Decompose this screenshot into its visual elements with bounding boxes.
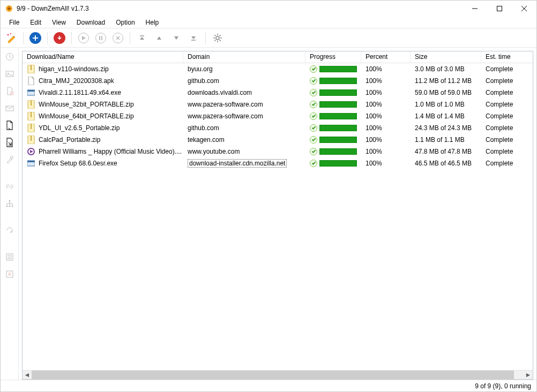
menu-help[interactable]: Help [140, 18, 165, 27]
svg-point-43 [11, 206, 13, 207]
minimize-button[interactable] [463, 1, 487, 17]
table-row[interactable]: Citra_MMJ_20200308.apkgithub.com100%11.2… [23, 75, 533, 87]
col-est[interactable]: Est. time [481, 51, 533, 63]
check-icon [310, 77, 317, 85]
maximize-button[interactable] [487, 1, 512, 17]
table-row[interactable]: CalcPad_Portable.ziptekagen.com100%1.1 M… [23, 134, 533, 146]
est-text: Complete [481, 76, 533, 86]
check-icon [310, 89, 317, 96]
col-percent[interactable]: Percent [361, 51, 411, 63]
svg-point-41 [6, 206, 8, 207]
close-button[interactable] [512, 1, 536, 17]
check-icon [310, 101, 317, 108]
cancel-button[interactable] [110, 31, 125, 46]
percent-text: 100% [361, 111, 411, 121]
column-headers: Download/Name Domain Progress Percent Si… [23, 51, 533, 63]
est-text: Complete [481, 147, 533, 156]
move-bottom-button[interactable] [186, 31, 201, 46]
svg-rect-57 [31, 100, 32, 105]
sidebar-link-icon[interactable] [4, 180, 16, 192]
domain-text: downloads.vivaldi.com [188, 89, 252, 96]
progress-bar [319, 137, 357, 143]
domain-text: www.pazera-software.com [188, 112, 263, 120]
size-text: 47.8 MB of 47.8 MB [411, 147, 481, 156]
svg-rect-59 [31, 112, 32, 117]
svg-rect-53 [31, 65, 32, 70]
table-row[interactable]: YDL_UI_v2.6.5_Portable.zipgithub.com100%… [23, 122, 533, 134]
scroll-right-icon[interactable]: ► [524, 371, 533, 380]
table-row[interactable]: WinMouse_32bit_PORTABLE.zipwww.pazera-so… [23, 99, 533, 110]
progress-bar [319, 66, 357, 72]
svg-rect-10 [99, 36, 100, 40]
scroll-left-icon[interactable]: ◄ [23, 371, 32, 380]
svg-line-26 [220, 40, 221, 41]
sidebar-list-icon[interactable] [4, 251, 16, 263]
downloads-rows: higan_v110-windows.zipbyuu.org100%3.0 MB… [23, 63, 533, 370]
file-name: WinMouse_32bit_PORTABLE.zip [39, 101, 134, 108]
add-download-button[interactable] [28, 31, 43, 46]
pause-button[interactable] [93, 31, 108, 46]
table-row[interactable]: Vivaldi.2.11.1811.49.x64.exedownloads.vi… [23, 87, 533, 99]
move-down-button[interactable] [169, 31, 184, 46]
file-name: CalcPad_Portable.zip [39, 136, 100, 144]
svg-rect-63 [31, 135, 32, 141]
sidebar-export-icon[interactable] [4, 137, 16, 148]
domain-text: www.pazera-software.com [188, 101, 263, 108]
sidebar-image-icon[interactable] [4, 68, 16, 80]
svg-point-5 [8, 34, 9, 35]
est-text: Complete [481, 111, 533, 121]
percent-text: 100% [361, 123, 411, 133]
table-row[interactable]: Firefox Setup 68.6.0esr.exedownload-inst… [23, 157, 533, 169]
menu-option[interactable]: Option [110, 18, 140, 27]
col-progress[interactable]: Progress [305, 51, 361, 63]
settings-button[interactable] [210, 31, 225, 46]
file-icon [27, 65, 35, 73]
menu-download[interactable]: Download [71, 18, 110, 27]
svg-point-20 [216, 36, 219, 40]
menu-edit[interactable]: Edit [25, 18, 47, 27]
size-text: 24.3 MB of 24.3 MB [411, 123, 481, 133]
sidebar-tree-icon[interactable] [4, 198, 16, 209]
est-text: Complete [481, 123, 533, 133]
file-icon [27, 112, 35, 120]
wizard-button[interactable] [4, 31, 19, 46]
sidebar-newfile-icon[interactable] [4, 85, 16, 97]
toolbar-separator [23, 32, 24, 44]
resume-button[interactable] [76, 31, 91, 46]
start-download-button[interactable] [52, 31, 67, 46]
sidebar-clock-icon[interactable] [4, 51, 16, 63]
est-text: Complete [481, 135, 533, 145]
svg-marker-9 [82, 36, 86, 40]
toolbar-separator [47, 32, 48, 44]
sidebar-delete-icon[interactable] [4, 268, 16, 280]
size-text: 46.5 MB of 46.5 MB [411, 159, 481, 168]
sidebar-mail-icon[interactable] [4, 102, 16, 114]
svg-marker-17 [174, 36, 178, 40]
menu-file[interactable]: File [4, 18, 25, 27]
svg-point-38 [10, 156, 13, 159]
progress-bar [319, 160, 357, 167]
sidebar-refresh-icon[interactable] [4, 224, 16, 236]
svg-marker-16 [157, 36, 161, 40]
file-name: Vivaldi.2.11.1811.49.x64.exe [39, 89, 121, 96]
file-name: Firefox Setup 68.6.0esr.exe [39, 160, 117, 167]
table-row[interactable]: higan_v110-windows.zipbyuu.org100%3.0 MB… [23, 63, 533, 75]
app-icon [5, 4, 13, 13]
sidebar [1, 48, 19, 380]
sidebar-document-icon[interactable] [4, 119, 16, 131]
menu-view[interactable]: View [47, 18, 71, 27]
scrollbar-thumb[interactable] [32, 371, 514, 380]
percent-text: 100% [361, 147, 411, 156]
table-row[interactable]: Pharrell Williams _ Happy (Official Musi… [23, 146, 533, 157]
col-size[interactable]: Size [411, 51, 481, 63]
menu-bar: File Edit View Download Option Help [1, 17, 536, 28]
file-icon [27, 159, 35, 168]
horizontal-scrollbar[interactable]: ◄ ► [23, 370, 533, 379]
sidebar-tools-icon[interactable] [4, 154, 16, 165]
col-name[interactable]: Download/Name [23, 51, 183, 63]
percent-text: 100% [361, 64, 411, 74]
col-domain[interactable]: Domain [183, 51, 305, 63]
move-up-button[interactable] [152, 31, 167, 46]
move-top-button[interactable] [135, 31, 150, 46]
table-row[interactable]: WinMouse_64bit_PORTABLE.zipwww.pazera-so… [23, 110, 533, 122]
